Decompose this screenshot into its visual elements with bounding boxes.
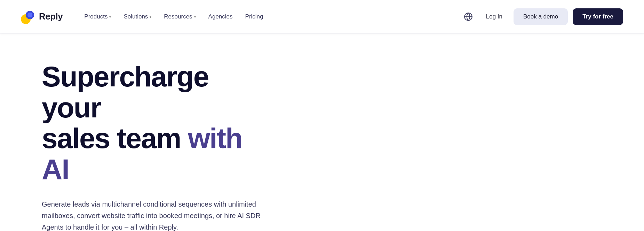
logo-text: Reply xyxy=(39,11,63,22)
navbar-left: Reply Products ▾ Solutions ▾ Resources ▾… xyxy=(21,9,268,24)
logo-link[interactable]: Reply xyxy=(21,9,63,24)
nav-links: Products ▾ Solutions ▾ Resources ▾ Agenc… xyxy=(79,10,268,23)
nav-item-pricing[interactable]: Pricing xyxy=(240,10,268,23)
hero-section: Supercharge your sales team with AI Gene… xyxy=(0,33,313,231)
nav-item-solutions[interactable]: Solutions ▾ xyxy=(119,10,156,23)
hero-headline-part1: Supercharge your xyxy=(42,61,208,123)
nav-item-pricing-label: Pricing xyxy=(245,13,263,20)
chevron-down-icon: ▾ xyxy=(150,15,151,19)
login-button[interactable]: Log In xyxy=(480,10,509,24)
try-free-button[interactable]: Try for free xyxy=(573,8,623,25)
nav-item-resources[interactable]: Resources ▾ xyxy=(159,10,200,23)
svg-point-2 xyxy=(27,13,32,17)
navbar-right: Log In Book a demo Try for free xyxy=(462,8,623,25)
hero-headline: Supercharge your sales team with AI xyxy=(42,61,271,185)
globe-icon[interactable] xyxy=(462,10,475,23)
nav-item-products-label: Products xyxy=(84,13,108,20)
navbar: Reply Products ▾ Solutions ▾ Resources ▾… xyxy=(0,0,644,33)
nav-item-agencies[interactable]: Agencies xyxy=(204,10,238,23)
book-demo-button[interactable]: Book a demo xyxy=(514,8,568,25)
chevron-down-icon: ▾ xyxy=(194,15,196,19)
hero-headline-part2: sales team xyxy=(42,122,188,154)
nav-item-solutions-label: Solutions xyxy=(124,13,148,20)
nav-item-agencies-label: Agencies xyxy=(208,13,233,20)
nav-item-products[interactable]: Products ▾ xyxy=(79,10,116,23)
nav-item-resources-label: Resources xyxy=(164,13,192,20)
chevron-down-icon: ▾ xyxy=(109,15,111,19)
hero-subtext: Generate leads via multichannel conditio… xyxy=(42,199,271,231)
logo-icon xyxy=(21,9,35,24)
